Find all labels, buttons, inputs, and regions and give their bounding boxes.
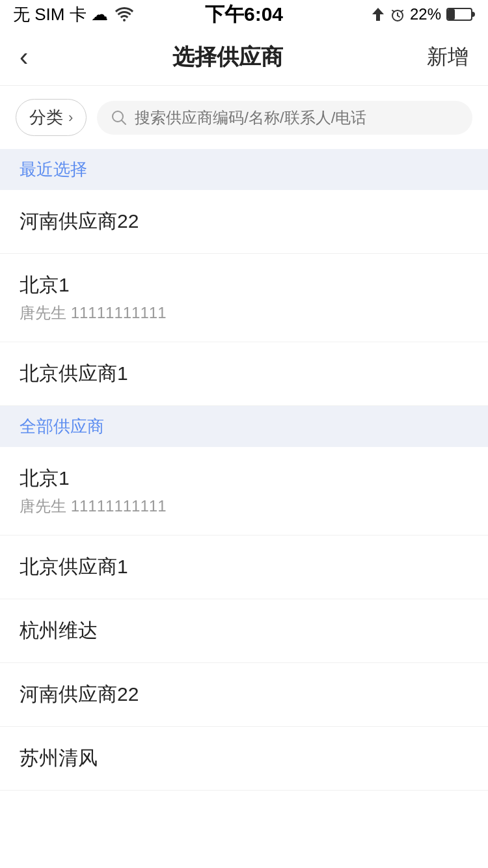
item-name: 苏州清风 — [20, 745, 468, 772]
all-section-header: 全部供应商 — [0, 406, 488, 447]
page-title: 选择供应商 — [172, 42, 283, 72]
battery-icon — [446, 7, 475, 21]
item-sub: 唐先生 11111111111 — [20, 496, 468, 517]
nav-bar: ‹ 选择供应商 新增 — [0, 29, 488, 86]
item-name: 杭州维达 — [20, 617, 468, 644]
list-item[interactable]: 杭州维达 — [0, 599, 488, 663]
item-name: 北京1 — [20, 465, 468, 492]
recent-section-header: 最近选择 — [0, 149, 488, 190]
all-section-label: 全部供应商 — [20, 416, 104, 436]
back-button[interactable]: ‹ — [20, 42, 28, 72]
filter-bar: 分类 › — [0, 86, 488, 149]
list-item[interactable]: 河南供应商22 — [0, 190, 488, 254]
item-name: 北京供应商1 — [20, 360, 468, 387]
svg-rect-2 — [448, 9, 455, 20]
item-name: 北京供应商1 — [20, 554, 468, 580]
category-button[interactable]: 分类 › — [16, 99, 87, 136]
category-label: 分类 — [29, 106, 63, 129]
item-name: 河南供应商22 — [20, 681, 468, 708]
search-input-wrap[interactable] — [97, 101, 472, 135]
wifi-icon — [115, 7, 134, 21]
status-right: 22% — [371, 5, 475, 23]
list-item[interactable]: 北京供应商1 — [0, 536, 488, 599]
recent-list: 河南供应商22北京1唐先生 11111111111北京供应商1 — [0, 190, 488, 406]
list-item[interactable]: 河南供应商22 — [0, 663, 488, 727]
recent-section-label: 最近选择 — [20, 159, 87, 179]
search-input[interactable] — [135, 109, 459, 127]
all-list: 北京1唐先生 11111111111北京供应商1杭州维达河南供应商22苏州清风 — [0, 447, 488, 791]
search-icon — [110, 109, 128, 127]
alarm-icon — [390, 7, 405, 21]
location-icon — [371, 7, 385, 21]
list-item[interactable]: 北京1唐先生 11111111111 — [0, 254, 488, 342]
no-sim-label: 无 SIM 卡 ☁ — [13, 3, 108, 26]
status-time: 下午6:04 — [205, 1, 283, 28]
battery-label: 22% — [410, 5, 441, 23]
item-name: 河南供应商22 — [20, 208, 468, 235]
status-left: 无 SIM 卡 ☁ — [13, 3, 134, 26]
list-item[interactable]: 苏州清风 — [0, 727, 488, 791]
item-name: 北京1 — [20, 272, 468, 299]
chevron-right-icon: › — [68, 109, 73, 126]
list-item[interactable]: 北京供应商1 — [0, 342, 488, 406]
item-sub: 唐先生 11111111111 — [20, 303, 468, 323]
status-bar: 无 SIM 卡 ☁ 下午6:04 22% — [0, 0, 488, 29]
add-button[interactable]: 新增 — [427, 43, 468, 72]
list-item[interactable]: 北京1唐先生 11111111111 — [0, 447, 488, 536]
